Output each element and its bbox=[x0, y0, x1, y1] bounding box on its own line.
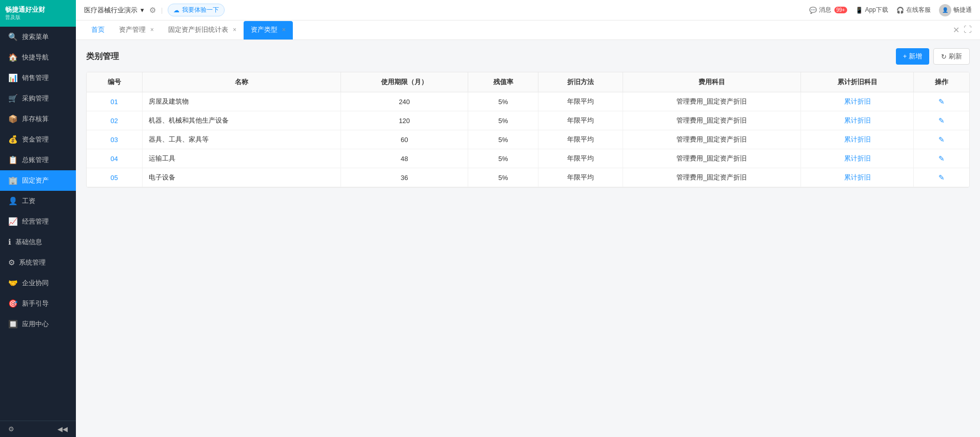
sidebar-item-企业协同[interactable]: 🤝 企业协同 bbox=[0, 273, 76, 293]
nav-label: 库存核算 bbox=[22, 114, 49, 124]
sidebar-item-新手引导[interactable]: 🎯 新手引导 bbox=[0, 293, 76, 314]
new-button[interactable]: + 新增 bbox=[896, 48, 929, 65]
nav-icon: ⚙ bbox=[8, 258, 15, 267]
customer-service-label: 在线客服 bbox=[906, 6, 931, 14]
dropdown-icon: ▾ bbox=[141, 6, 144, 14]
sidebar-item-销售管理[interactable]: 📊 销售管理 bbox=[0, 68, 76, 88]
customer-service-button[interactable]: 🎧 在线客服 bbox=[896, 6, 931, 14]
sidebar: 畅捷通好业财 普及版 🔍 搜索菜单 🏠 快捷导航 📊 销售管理 🛒 采购管理 📦… bbox=[0, 0, 76, 437]
nav-icon: 🔲 bbox=[8, 320, 18, 329]
cell-id[interactable]: 02 bbox=[87, 111, 142, 130]
message-icon: 💬 bbox=[809, 7, 817, 14]
tab-资产管理[interactable]: 资产管理× bbox=[112, 21, 161, 39]
message-button[interactable]: 💬 消息 99+ bbox=[809, 6, 847, 14]
tab-首页[interactable]: 首页 bbox=[84, 21, 112, 39]
sidebar-item-基础信息[interactable]: ℹ 基础信息 bbox=[0, 232, 76, 252]
expand-window-button[interactable]: ⛶ bbox=[964, 25, 972, 35]
sidebar-item-工资[interactable]: 👤 工资 bbox=[0, 191, 76, 211]
collapse-icon[interactable]: ◀◀ bbox=[57, 425, 68, 433]
module-selector[interactable]: 医疗器械行业演示 ▾ bbox=[84, 6, 144, 15]
app-version: 普及版 bbox=[5, 14, 45, 21]
cell-edit[interactable]: ✎ bbox=[914, 168, 969, 187]
nav-icon: ℹ bbox=[8, 237, 11, 247]
sidebar-item-快捷导航[interactable]: 🏠 快捷导航 bbox=[0, 47, 76, 68]
cell-period: 60 bbox=[341, 130, 468, 149]
nav-label: 应用中心 bbox=[22, 320, 49, 329]
nav-label: 总账管理 bbox=[22, 155, 49, 165]
sidebar-item-资金管理[interactable]: 💰 资金管理 bbox=[0, 129, 76, 150]
cell-name: 电子设备 bbox=[142, 168, 341, 187]
cell-id[interactable]: 04 bbox=[87, 149, 142, 168]
cell-period: 48 bbox=[341, 149, 468, 168]
cell-id[interactable]: 05 bbox=[87, 168, 142, 187]
cell-name: 器具、工具、家具等 bbox=[142, 130, 341, 149]
nav-label: 资金管理 bbox=[22, 135, 49, 144]
nav-label: 基础信息 bbox=[15, 237, 42, 247]
col-header-名称: 名称 bbox=[142, 72, 341, 92]
module-label: 医疗器械行业演示 bbox=[84, 6, 137, 15]
cell-edit[interactable]: ✎ bbox=[914, 92, 969, 111]
col-header-使用期限（月）: 使用期限（月） bbox=[341, 72, 468, 92]
user-avatar: 👤 bbox=[939, 4, 951, 16]
sidebar-item-采购管理[interactable]: 🛒 采购管理 bbox=[0, 88, 76, 109]
nav-label: 经营管理 bbox=[22, 217, 49, 226]
sidebar-item-搜索菜单[interactable]: 🔍 搜索菜单 bbox=[0, 27, 76, 47]
app-download-label: App下载 bbox=[865, 6, 888, 14]
cell-accumulated[interactable]: 累计折旧 bbox=[801, 168, 913, 187]
nav-label: 企业协同 bbox=[22, 279, 49, 288]
nav-icon: 👤 bbox=[8, 196, 18, 206]
cell-name: 运输工具 bbox=[142, 149, 341, 168]
tab-label: 资产管理 bbox=[119, 25, 146, 34]
settings-icon[interactable]: ⚙ bbox=[8, 425, 14, 433]
nav-icon: 💰 bbox=[8, 135, 18, 144]
headset-icon: 🎧 bbox=[896, 7, 904, 14]
cell-accumulated[interactable]: 累计折旧 bbox=[801, 111, 913, 130]
nav-label: 采购管理 bbox=[22, 94, 49, 103]
tab-资产类型[interactable]: 资产类型× bbox=[244, 21, 293, 39]
cell-accumulated[interactable]: 累计折旧 bbox=[801, 149, 913, 168]
nav-label: 工资 bbox=[22, 196, 35, 206]
nav-icon: 📦 bbox=[8, 114, 18, 124]
nav-icon: 🤝 bbox=[8, 279, 18, 288]
cell-expense: 管理费用_固定资产折旧 bbox=[623, 168, 801, 187]
col-header-编号: 编号 bbox=[87, 72, 142, 92]
cell-accumulated[interactable]: 累计折旧 bbox=[801, 130, 913, 149]
topbar-settings-icon[interactable]: ⚙ bbox=[149, 6, 156, 15]
cell-edit[interactable]: ✎ bbox=[914, 149, 969, 168]
close-window-button[interactable]: ✕ bbox=[953, 25, 959, 35]
cell-expense: 管理费用_固定资产折旧 bbox=[623, 130, 801, 149]
nav-icon: 📈 bbox=[8, 217, 18, 226]
sidebar-item-应用中心[interactable]: 🔲 应用中心 bbox=[0, 314, 76, 334]
nav-icon: 📋 bbox=[8, 155, 18, 165]
cell-residual: 5% bbox=[468, 92, 538, 111]
nav-label: 新手引导 bbox=[22, 299, 49, 308]
user-button[interactable]: 👤 畅捷通 bbox=[939, 4, 972, 16]
tab-close-icon[interactable]: × bbox=[150, 26, 154, 33]
table-row: 04运输工具485%年限平均管理费用_固定资产折旧累计折旧✎ bbox=[87, 149, 969, 168]
cell-edit[interactable]: ✎ bbox=[914, 111, 969, 130]
table-row: 03器具、工具、家具等605%年限平均管理费用_固定资产折旧累计折旧✎ bbox=[87, 130, 969, 149]
app-download-button[interactable]: 📱 App下载 bbox=[855, 6, 888, 14]
refresh-button[interactable]: ↻ 刷新 bbox=[933, 48, 970, 65]
nav-icon: 🔍 bbox=[8, 32, 18, 42]
sidebar-item-经营管理[interactable]: 📈 经营管理 bbox=[0, 211, 76, 232]
sidebar-item-库存核算[interactable]: 📦 库存核算 bbox=[0, 109, 76, 129]
tab-close-icon[interactable]: × bbox=[233, 26, 236, 33]
phone-icon: 📱 bbox=[855, 7, 863, 14]
cell-id[interactable]: 03 bbox=[87, 130, 142, 149]
content-area: 类别管理 + 新增 ↻ 刷新 编号名称使用期限（月）残值率折旧方法费用科目累计折… bbox=[76, 40, 980, 437]
experience-label: 我要体验一下 bbox=[182, 6, 219, 14]
cell-expense: 管理费用_固定资产折旧 bbox=[623, 111, 801, 130]
col-header-操作: 操作 bbox=[914, 72, 969, 92]
page-title: 类别管理 bbox=[86, 51, 119, 62]
tab-固定资产折旧统计表[interactable]: 固定资产折旧统计表× bbox=[161, 21, 244, 39]
cell-id[interactable]: 01 bbox=[87, 92, 142, 111]
experience-button[interactable]: ☁ 我要体验一下 bbox=[168, 4, 225, 16]
tab-close-icon[interactable]: × bbox=[282, 26, 286, 33]
sidebar-item-总账管理[interactable]: 📋 总账管理 bbox=[0, 150, 76, 170]
sidebar-item-系统管理[interactable]: ⚙ 系统管理 bbox=[0, 252, 76, 273]
message-badge: 99+ bbox=[834, 7, 847, 13]
sidebar-item-固定资产[interactable]: 🏢 固定资产 bbox=[0, 170, 76, 191]
cell-edit[interactable]: ✎ bbox=[914, 130, 969, 149]
cell-accumulated[interactable]: 累计折旧 bbox=[801, 92, 913, 111]
